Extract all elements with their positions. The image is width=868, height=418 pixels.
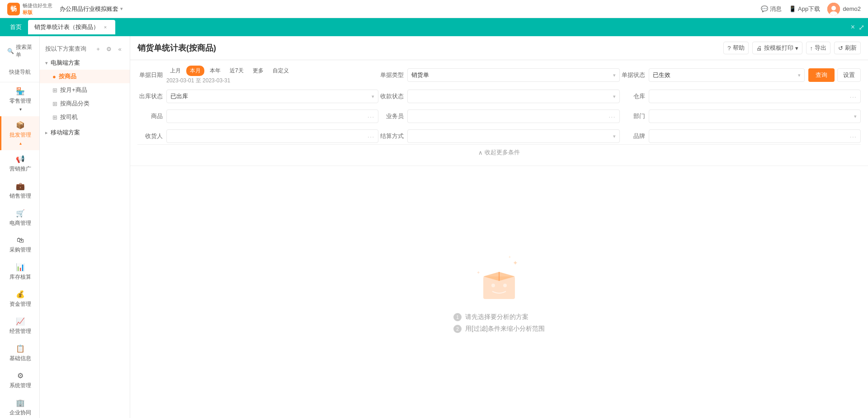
help-button[interactable]: ? 帮助: [723, 42, 748, 54]
sidebar-item-basic[interactable]: 📋 基础信息: [0, 340, 39, 367]
settings-button[interactable]: 设置: [837, 68, 861, 82]
collapse-icon: ∧: [478, 149, 483, 156]
logo-text: 畅捷信好生意 标版: [23, 2, 52, 15]
sidebar-item-purchase[interactable]: 🛍 采购管理: [0, 232, 39, 258]
sidebar-item-retail[interactable]: 🏪 零售管理 ▾: [0, 82, 39, 116]
receiver-input[interactable]: ···: [166, 129, 378, 143]
sidebar-item-enterprise[interactable]: 🏢 企业协同: [0, 394, 39, 418]
receiver-label: 收货人: [137, 132, 166, 140]
message-icon: 💬: [761, 5, 768, 12]
tab-maximize-icon[interactable]: ⤢: [859, 23, 864, 32]
sidebar-item-marketing[interactable]: 📢 营销推广: [0, 150, 39, 177]
sidebar-item-sales[interactable]: 💼 销售管理: [0, 177, 39, 204]
quick-nav-button[interactable]: 快捷导航: [4, 66, 36, 78]
product-label: 商品: [137, 112, 166, 120]
tab-home[interactable]: 首页: [4, 20, 28, 34]
sidebar-item-finance[interactable]: 💰 资金管理: [0, 285, 39, 313]
operation-icon: 📈: [16, 317, 25, 326]
filter-box: 单据日期 上月 本月 本年 近7天 更多 自定义 2023-03-01 至 20…: [130, 60, 868, 166]
sidebar-item-system[interactable]: ⚙ 系统管理: [0, 367, 39, 394]
help-icon: ?: [727, 45, 731, 52]
product-input[interactable]: ···: [166, 109, 378, 123]
page-header: 销货单统计表(按商品) ? 帮助 🖨 按模板打印 ▾ ↑ 导出: [130, 36, 868, 60]
refresh-button[interactable]: ↺ 刷新: [834, 42, 861, 54]
sub-item-by-category[interactable]: ⊞ 按商品分类: [40, 97, 130, 110]
message-button[interactable]: 💬 消息: [761, 5, 782, 13]
sub-item-by-driver[interactable]: ⊞ 按司机: [40, 110, 130, 124]
export-button[interactable]: ↑ 导出: [806, 42, 831, 54]
collapse-sidebar-button[interactable]: «: [115, 44, 124, 53]
empty-tips: 1 请先选择要分析的方案 2 用[过滤]条件来缩小分析范围: [453, 313, 545, 333]
sub-item-by-product[interactable]: ● 按商品: [40, 70, 130, 83]
filter-cell-warehouse: 仓库 ···: [620, 88, 861, 104]
collapse-button[interactable]: ∧ 收起更多条件: [478, 148, 520, 157]
sub-group-pc: ▾ 电脑端方案 ● 按商品 ⊞ 按月+商品 ⊞ 按商品分类 ⊞ 按司机: [40, 56, 130, 124]
sub-group-mobile-header[interactable]: ▸ 移动端方案: [40, 126, 130, 139]
topbar: 畅 畅捷信好生意 标版 办公用品行业模拟账套 ▾ 💬 消息 📱 App下载 de…: [0, 0, 868, 18]
brand-input[interactable]: ···: [649, 129, 861, 143]
print-button[interactable]: 🖨 按模板打印 ▾: [752, 42, 802, 54]
sidebar: 🔍 搜索菜单 快捷导航 🏪 零售管理 ▾ 📦 批发管理 ▴ 📢 营销推广: [0, 36, 40, 418]
salesman-dots-icon: ···: [609, 113, 616, 120]
filter-cell-department: 部门 ▾: [620, 108, 861, 124]
tabbar-actions: × ⤢: [851, 23, 864, 32]
out-status-input[interactable]: 已出库 ▾: [166, 90, 378, 103]
filter-row-3: 商品 ··· 业务员 ··· 部门: [137, 108, 861, 124]
tab-report[interactable]: 销货单统计表（按商品） ×: [28, 20, 115, 34]
empty-tip-1: 1 请先选择要分析的方案: [453, 313, 545, 321]
warehouse-input[interactable]: ···: [649, 90, 861, 103]
enterprise-icon: 🏢: [16, 399, 25, 407]
tab-close-all-icon[interactable]: ×: [851, 23, 855, 32]
sub-group-pc-header[interactable]: ▾ 电脑端方案: [40, 56, 130, 70]
page-actions: ? 帮助 🖨 按模板打印 ▾ ↑ 导出 ↺ 刷新: [723, 42, 861, 60]
sidebar-item-wholesale[interactable]: 📦 批发管理 ▴: [0, 116, 39, 150]
out-status-label: 出库状态: [137, 92, 166, 100]
app-download-button[interactable]: 📱 App下载: [789, 5, 820, 13]
payment-input[interactable]: ▾: [407, 129, 619, 143]
department-input[interactable]: ▾: [649, 109, 861, 123]
sidebar-item-ecommerce[interactable]: 🛒 电商管理: [0, 204, 39, 232]
main-content: 销货单统计表(按商品) ? 帮助 🖨 按模板打印 ▾ ↑ 导出: [130, 36, 868, 418]
svg-point-7: [503, 284, 507, 287]
collapse-bar[interactable]: ∧ 收起更多条件: [137, 144, 861, 160]
inventory-icon: 📊: [16, 263, 25, 271]
refresh-icon: ↺: [838, 45, 843, 52]
tip-2-number: 2: [453, 325, 462, 333]
filter-cell-doc-status: 单据状态 已生效 ▾ 查询 设置: [620, 66, 861, 85]
shortcut-last-month[interactable]: 上月: [166, 66, 184, 76]
shortcut-last7[interactable]: 近7天: [226, 66, 247, 76]
doc-status-input[interactable]: 已生效 ▾: [649, 68, 805, 82]
doc-type-input[interactable]: 销货单 ▾: [407, 68, 619, 82]
receive-status-input[interactable]: ▾: [407, 90, 619, 103]
add-scheme-button[interactable]: +: [94, 44, 103, 53]
search-menu-button[interactable]: 🔍 搜索菜单: [4, 41, 36, 62]
shortcut-more[interactable]: 更多: [249, 66, 267, 76]
sub-group-mobile: ▸ 移动端方案: [40, 126, 130, 139]
doc-status-dropdown-icon: ▾: [798, 72, 801, 78]
basic-icon: 📋: [16, 344, 25, 353]
sidebar-item-operation[interactable]: 📈 经营管理: [0, 313, 39, 340]
chevron-down-icon: ▾: [120, 6, 123, 12]
sub-item-by-month-product[interactable]: ⊞ 按月+商品: [40, 83, 130, 97]
department-dropdown-icon: ▾: [854, 114, 857, 119]
shortcut-custom[interactable]: 自定义: [269, 66, 292, 76]
sidebar-item-inventory[interactable]: 📊 库存核算: [0, 258, 39, 285]
shortcut-current-year[interactable]: 本年: [206, 66, 224, 76]
print-dropdown-icon: ▾: [795, 45, 798, 52]
tab-close-icon[interactable]: ×: [102, 24, 109, 31]
logo-icon: 畅: [7, 3, 20, 15]
shortcut-current-month[interactable]: 本月: [186, 66, 204, 76]
query-button[interactable]: 查询: [808, 68, 835, 82]
finance-icon: 💰: [16, 290, 25, 299]
wholesale-icon: 📦: [16, 121, 25, 129]
sidebar-menu: 🏪 零售管理 ▾ 📦 批发管理 ▴ 📢 营销推广 💼 销售管理 🛒 电商管理: [0, 82, 39, 418]
manage-scheme-button[interactable]: ⚙: [104, 44, 113, 53]
workspace-selector[interactable]: 办公用品行业模拟账套 ▾: [56, 3, 127, 15]
category-scheme-icon: ⊞: [52, 100, 57, 107]
system-icon: ⚙: [17, 371, 24, 380]
print-icon: 🖨: [756, 45, 762, 52]
salesman-input[interactable]: ···: [407, 109, 619, 123]
sidebar-search-area: 🔍 搜索菜单: [0, 36, 39, 64]
user-menu[interactable]: demo2: [827, 3, 861, 15]
filter-cell-date: 单据日期 上月 本月 本年 近7天 更多 自定义 2023-03-01 至 20…: [137, 66, 378, 85]
